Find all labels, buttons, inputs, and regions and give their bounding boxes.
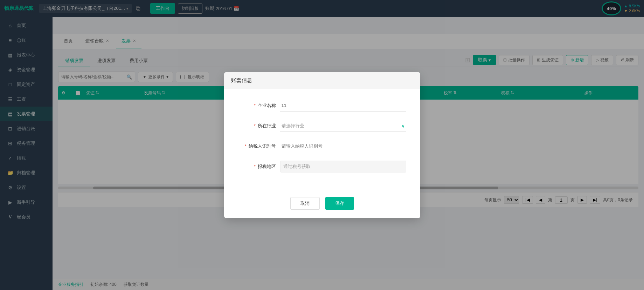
company-name-required: * — [254, 103, 256, 108]
tax-region-required: * — [254, 164, 256, 169]
company-name-label: * 企业名称 — [238, 102, 280, 109]
tax-region-label-text: 报税地区 — [258, 164, 276, 169]
tax-region-readonly: 通过税号获取 — [280, 161, 406, 173]
dialog-footer: 取消 保存 — [224, 191, 420, 218]
save-button[interactable]: 保存 — [325, 197, 354, 210]
dialog-body: * 企业名称 * 所在行业 请选择行业 ∨ — [224, 89, 420, 191]
industry-required: * — [254, 123, 256, 128]
industry-label: * 所在行业 — [238, 123, 280, 129]
company-name-label-text: 企业名称 — [258, 103, 276, 108]
company-name-input[interactable] — [280, 100, 406, 112]
account-info-dialog: 账套信息 * 企业名称 * 所在行业 请选择行业 — [224, 72, 420, 218]
tax-region-label: * 报税地区 — [238, 163, 280, 170]
form-row-industry: * 所在行业 请选择行业 ∨ — [238, 120, 406, 132]
dialog-overlay: 账套信息 * 企业名称 * 所在行业 请选择行业 — [0, 0, 644, 290]
industry-label-text: 所在行业 — [258, 123, 276, 128]
cancel-button[interactable]: 取消 — [290, 197, 320, 210]
dialog-header: 账套信息 — [224, 72, 420, 89]
industry-select-wrapper: 请选择行业 ∨ — [280, 120, 406, 132]
tax-id-label-text: 纳税人识别号 — [249, 143, 276, 149]
form-row-tax-id: * 纳税人识别号 — [238, 140, 406, 152]
tax-id-label: * 纳税人识别号 — [238, 143, 280, 149]
dialog-title: 账套信息 — [231, 77, 252, 83]
tax-id-input[interactable] — [280, 140, 406, 152]
form-row-company: * 企业名称 — [238, 100, 406, 112]
tax-id-required: * — [245, 143, 247, 149]
form-row-tax-region: * 报税地区 通过税号获取 — [238, 161, 406, 173]
tax-region-placeholder: 通过税号获取 — [283, 163, 311, 170]
industry-select[interactable]: 请选择行业 — [280, 120, 406, 132]
